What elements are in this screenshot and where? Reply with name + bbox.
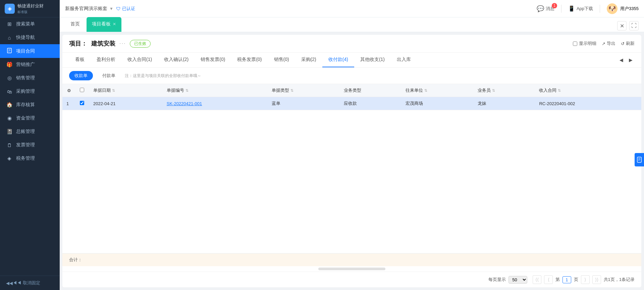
select-all-checkbox[interactable]: [80, 88, 84, 92]
horizontal-scrollbar[interactable]: [318, 268, 385, 270]
table-wrapper: ⚙ 单据日期 ⇅ 单据编号: [62, 84, 641, 253]
th-settings[interactable]: ⚙: [62, 84, 76, 97]
user-name: 用户3355: [620, 6, 639, 12]
th-partner[interactable]: 往来单位 ⇅: [401, 84, 474, 97]
table-row[interactable]: 1 2022-04-21 SK-20220421-001 蓝单 应收款 宏茂商场…: [62, 97, 641, 110]
purchase-icon: 🛍: [6, 89, 13, 94]
subtab-bar: 看板 盈利分析 收入合同(1) 收入确认(2) 销售发票(0) 税务发票(0) …: [62, 53, 641, 68]
maximize-button[interactable]: ⛶: [629, 21, 639, 30]
th-income-contract[interactable]: 收入合同 ⇅: [535, 84, 641, 97]
th-biz-type: 业务类型: [340, 84, 401, 97]
payment-toggle[interactable]: 付款单: [97, 71, 121, 80]
sidebar-item-invoice[interactable]: 🗒 发票管理: [0, 138, 60, 152]
certified-text: 已认证: [122, 6, 135, 12]
refresh-icon: ↺: [621, 41, 625, 46]
svg-rect-4: [637, 157, 641, 162]
th-salesperson[interactable]: 业务员 ⇅: [474, 84, 535, 97]
export-button[interactable]: ↗ 导出: [602, 41, 615, 47]
project-header-actions: 显示明细 ↗ 导出 ↺ 刷新: [573, 41, 635, 47]
divider2: [600, 5, 600, 13]
receipt-toggle[interactable]: 收款单: [69, 71, 93, 80]
tabbar-actions: ✕ ⛶: [617, 21, 639, 32]
ledger-icon: 📓: [6, 129, 13, 135]
prev-page-button[interactable]: ⟨: [544, 275, 553, 284]
th-type[interactable]: 单据类型 ⇅: [268, 84, 340, 97]
account-selector[interactable]: 新服务官网演示账套 ▼: [65, 6, 113, 12]
total-info: 共1页，1条记录: [604, 277, 635, 283]
sidebar-item-ledger[interactable]: 📓 总账管理: [0, 125, 60, 138]
sidebar-item-sales[interactable]: ◎ 销售管理: [0, 71, 60, 85]
page-size-label: 每页显示: [488, 277, 506, 283]
user-menu[interactable]: 🐶 用户3355: [607, 3, 639, 14]
subtab-nav: ◀ ▶: [617, 56, 635, 64]
topbar-left: 新服务官网演示账套 ▼ 🛡 已认证: [65, 6, 533, 12]
message-badge: 1: [552, 3, 557, 8]
divider: [561, 5, 561, 13]
subtab-sales-invoice[interactable]: 销售发票(0): [195, 53, 231, 67]
subtab-next-btn[interactable]: ▶: [627, 56, 635, 64]
content-panel: 项目： 建筑安装 ··· 已生效 显示明细 ↗ 导出 ↺ 刷新: [62, 35, 641, 287]
subtab-income-confirm[interactable]: 收入确认(2): [158, 53, 195, 67]
sidebar-item-tax[interactable]: ◈ 税务管理: [0, 152, 60, 165]
subtab-prev-btn[interactable]: ◀: [617, 56, 625, 64]
refresh-label: 刷新: [626, 41, 635, 47]
subtab-profit[interactable]: 盈利分析: [91, 53, 121, 67]
sidebar-item-search[interactable]: ⊞ 搜索菜单: [0, 17, 60, 31]
sidebar-scroll: ⊞ 搜索菜单 ⌂ 快捷导航 项目合同 🎁 营销推广 ◎ 销售管理 🛍 采购管理 …: [0, 17, 60, 276]
tab-home[interactable]: 首页: [65, 17, 85, 32]
sidebar-item-contract[interactable]: 项目合同: [0, 44, 60, 58]
float-action-button[interactable]: [635, 153, 644, 166]
sales-icon: ◎: [6, 75, 13, 81]
next-page-button[interactable]: ⟩: [581, 275, 590, 284]
subtab-tax-invoice[interactable]: 税务发票(0): [231, 53, 268, 67]
row-checkbox-input[interactable]: [80, 101, 84, 105]
project-prefix: 项目：: [69, 40, 87, 48]
more-options-button[interactable]: ···: [119, 41, 126, 47]
show-detail-checkbox[interactable]: 显示明细: [573, 41, 596, 47]
first-page-button[interactable]: ⟨⟨: [533, 275, 541, 284]
unpin-icon: ◀◀: [6, 281, 13, 286]
certified-badge: 🛡 已认证: [116, 6, 135, 12]
sort-icon-contract: ⇅: [558, 88, 561, 93]
th-no[interactable]: 单据编号 ⇅: [163, 84, 268, 97]
sidebar-item-purchase[interactable]: 🛍 采购管理: [0, 85, 60, 98]
sort-icon-type: ⇅: [290, 88, 293, 93]
sidebar: ◈ 畅捷通好业财 标准版 ⊞ 搜索菜单 ⌂ 快捷导航 项目合同 🎁 营销推广 ◎…: [0, 0, 60, 290]
show-detail-input[interactable]: [573, 42, 577, 46]
row-checkbox[interactable]: [76, 97, 89, 110]
toggle-note: 注：这里是与项目关联的全部收付款单哦～: [125, 73, 201, 79]
row-no[interactable]: SK-20220421-001: [163, 97, 268, 110]
tab-close-icon[interactable]: ✕: [113, 22, 116, 26]
current-page: 1: [562, 276, 571, 283]
row-type: 蓝单: [268, 97, 340, 110]
search-menu-icon: ⊞: [6, 21, 13, 27]
message-button[interactable]: 💬 消息 1: [537, 5, 554, 12]
sidebar-unpin[interactable]: ◀◀ ◀◀ 取消固定: [0, 276, 60, 290]
subtab-warehouse[interactable]: 出入库: [391, 53, 417, 67]
sidebar-item-quicknav[interactable]: ⌂ 快捷导航: [0, 31, 60, 44]
refresh-button[interactable]: ↺ 刷新: [621, 41, 635, 47]
tab-project-board[interactable]: 项目看板 ✕: [87, 17, 121, 32]
subtab-kanban[interactable]: 看板: [69, 53, 91, 67]
th-date[interactable]: 单据日期 ⇅: [89, 84, 163, 97]
inventory-icon: 🏠: [6, 102, 13, 108]
sort-icon-partner: ⇅: [424, 88, 427, 93]
subtab-income-contract[interactable]: 收入合同(1): [121, 53, 158, 67]
subtab-receipt[interactable]: 收付款(4): [322, 53, 354, 67]
subtab-purchase[interactable]: 采购(2): [295, 53, 322, 67]
toggle-bar: 收款单 付款单 注：这里是与项目关联的全部收付款单哦～: [62, 68, 641, 84]
close-window-button[interactable]: ✕: [617, 21, 627, 30]
row-biz-type: 应收款: [340, 97, 401, 110]
sidebar-item-marketing[interactable]: 🎁 营销推广: [0, 58, 60, 71]
subtab-other-expense[interactable]: 其他收支(1): [354, 53, 391, 67]
row-index: 1: [62, 97, 76, 110]
app-download-button[interactable]: 📱 App下载: [568, 5, 593, 12]
export-icon: ↗: [602, 41, 605, 46]
sidebar-item-inventory[interactable]: 🏠 库存核算: [0, 98, 60, 112]
page-suffix: 页: [574, 277, 578, 283]
last-page-button[interactable]: ⟩⟩: [592, 275, 601, 284]
sidebar-item-capital[interactable]: ◉ 资金管理: [0, 112, 60, 125]
page-size-select[interactable]: 20 50 100 200: [508, 276, 527, 284]
row-date: 2022-04-21: [89, 97, 163, 110]
subtab-sales[interactable]: 销售(0): [268, 53, 295, 67]
